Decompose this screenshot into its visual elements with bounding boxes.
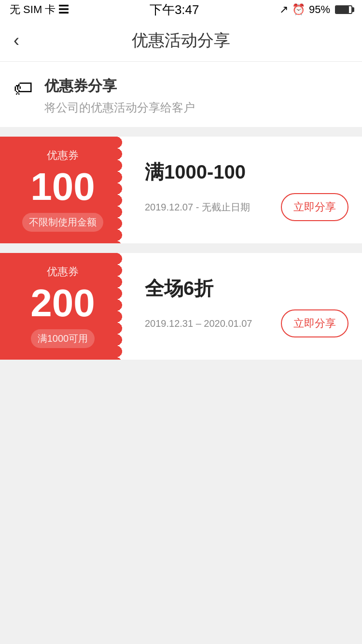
coupon-amount-1: 200: [30, 284, 95, 322]
battery-icon: [335, 5, 352, 14]
coupon-condition-0: 不限制使用金额: [22, 213, 103, 232]
section-title: 优惠券分享: [44, 76, 195, 96]
empty-area: [0, 369, 362, 611]
share-button-1[interactable]: 立即分享: [281, 309, 348, 337]
back-button[interactable]: ‹: [14, 30, 19, 51]
share-button-0[interactable]: 立即分享: [281, 193, 348, 221]
battery-label: 95%: [309, 3, 330, 16]
coupon-list: 优惠券 100 不限制使用金额 满1000-100 2019.12.07 - 无…: [0, 137, 362, 369]
coupon-right-1: 全场6折 2019.12.31 – 2020.01.07 立即分享: [125, 253, 362, 360]
section-header: 🏷 优惠券分享 将公司的优惠活动分享给客户: [0, 62, 362, 127]
section-icon: 🏷: [14, 77, 37, 100]
alarm-icon: ⏰: [292, 3, 305, 16]
coupon-card-0: 优惠券 100 不限制使用金额 满1000-100 2019.12.07 - 无…: [0, 137, 362, 243]
status-time: 下午3:47: [150, 1, 199, 18]
sim-label: 无 SIM 卡 ☰: [10, 2, 69, 17]
status-bar: 无 SIM 卡 ☰ 下午3:47 ↗ ⏰ 95%: [0, 0, 362, 19]
signal-icon: ↗: [279, 3, 288, 16]
coupon-right-0: 满1000-100 2019.12.07 - 无截止日期 立即分享: [125, 137, 362, 243]
coupon-amount-0: 100: [30, 168, 95, 206]
coupon-condition-1: 满1000可用: [31, 329, 95, 348]
coupon-left-1: 优惠券 200 满1000可用: [0, 253, 125, 360]
coupon-date-1: 2019.12.31 – 2020.01.07: [145, 317, 275, 330]
page-title: 优惠活动分享: [132, 29, 230, 52]
coupon-card-1: 优惠券 200 满1000可用 全场6折 2019.12.31 – 2020.0…: [0, 253, 362, 360]
coupon-footer-0: 2019.12.07 - 无截止日期 立即分享: [145, 193, 348, 221]
coupon-title-0: 满1000-100: [145, 159, 348, 185]
status-right: ↗ ⏰ 95%: [279, 3, 352, 16]
status-left: 无 SIM 卡 ☰: [10, 2, 69, 17]
coupon-left-0: 优惠券 100 不限制使用金额: [0, 137, 125, 243]
section-subtitle: 将公司的优惠活动分享给客户: [44, 100, 195, 115]
coupon-date-0: 2019.12.07 - 无截止日期: [145, 200, 275, 214]
nav-bar: ‹ 优惠活动分享: [0, 19, 362, 62]
coupon-label-0: 优惠券: [47, 148, 79, 163]
coupon-footer-1: 2019.12.31 – 2020.01.07 立即分享: [145, 309, 348, 337]
coupon-label-1: 优惠券: [47, 265, 79, 279]
coupon-title-1: 全场6折: [145, 275, 348, 302]
section-text-group: 优惠券分享 将公司的优惠活动分享给客户: [44, 76, 195, 115]
